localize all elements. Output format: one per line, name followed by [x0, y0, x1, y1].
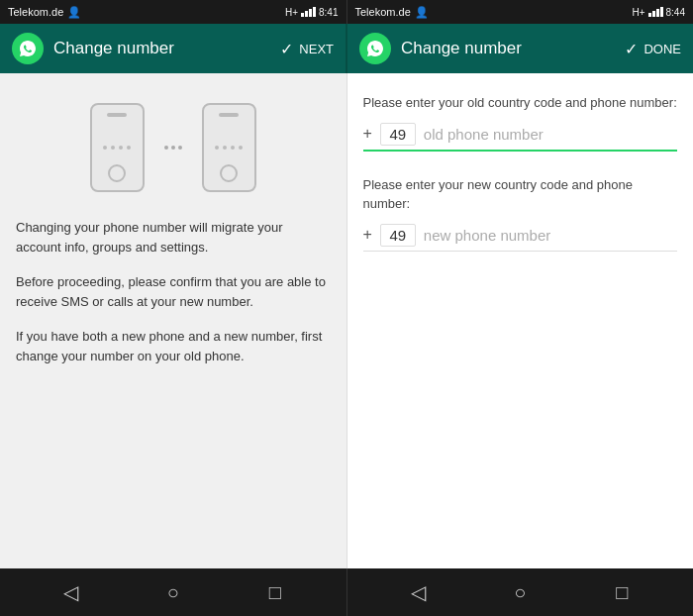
phone-illustration — [16, 93, 331, 202]
old-number-section: Please enter your old country code and p… — [363, 93, 678, 155]
page-title-left: Change number — [53, 39, 270, 58]
right-panel: Please enter your old country code and p… — [346, 73, 694, 568]
sim-icon-right: 👤 — [415, 6, 429, 19]
sim-icon-left: 👤 — [67, 6, 81, 19]
phone-new — [202, 103, 256, 192]
signal-left — [301, 7, 316, 17]
info-paragraph-1: Changing your phone number will migrate … — [16, 218, 331, 257]
new-number-label: Please enter your new country code and p… — [363, 175, 678, 214]
next-check-icon: ✓ — [280, 40, 293, 58]
info-paragraph-2: Before proceeding, please confirm that y… — [16, 272, 331, 311]
page-title-right: Change number — [401, 39, 615, 58]
transfer-arrow — [164, 146, 182, 150]
status-bar-right: Telekom.de 👤 H+ 8:44 — [346, 0, 694, 24]
network-left: H+ — [285, 7, 298, 18]
home-button-right[interactable]: ○ — [500, 572, 540, 612]
next-label: NEXT — [299, 42, 334, 56]
old-number-label: Please enter your old country code and p… — [363, 93, 678, 113]
back-button-right[interactable]: ◁ — [398, 572, 438, 612]
time-right: 8:44 — [666, 7, 685, 18]
new-number-section: Please enter your new country code and p… — [363, 175, 678, 256]
time-left: 8:41 — [319, 7, 338, 18]
old-country-code[interactable]: 49 — [380, 123, 416, 146]
plus-sign-new: + — [363, 226, 372, 244]
next-button[interactable]: ✓ NEXT — [280, 40, 334, 58]
done-check-icon: ✓ — [625, 40, 638, 58]
new-number-input-row: + 49 — [363, 224, 678, 252]
network-right: H+ — [632, 7, 644, 18]
nav-bar-right: ◁ ○ □ — [346, 568, 694, 616]
back-button-left[interactable]: ◁ — [51, 572, 91, 612]
whatsapp-logo-right — [359, 33, 391, 64]
recents-button-right[interactable]: □ — [602, 572, 642, 612]
old-phone-input[interactable] — [424, 126, 677, 143]
done-label: DONE — [644, 42, 681, 56]
new-country-code[interactable]: 49 — [380, 224, 416, 247]
recents-button-left[interactable]: □ — [255, 572, 295, 612]
phone-old — [90, 103, 145, 192]
old-number-input-row: + 49 — [363, 123, 678, 152]
info-paragraph-3: If you have both a new phone and a new n… — [16, 327, 331, 365]
left-panel: Changing your phone number will migrate … — [0, 73, 346, 568]
app-bar-left: Change number ✓ NEXT — [0, 24, 346, 73]
status-bar-left: Telekom.de 👤 H+ 8:41 — [0, 0, 346, 24]
new-phone-input[interactable] — [424, 227, 677, 244]
app-bar-right: Change number ✓ DONE — [346, 24, 693, 73]
home-button-left[interactable]: ○ — [153, 572, 193, 612]
carrier-right: Telekom.de — [355, 6, 411, 18]
plus-sign-old: + — [363, 125, 372, 143]
signal-right — [648, 7, 663, 17]
done-button[interactable]: ✓ DONE — [625, 40, 681, 58]
nav-bar-left: ◁ ○ □ — [0, 568, 346, 616]
whatsapp-logo-left — [12, 33, 44, 64]
carrier-left: Telekom.de — [8, 6, 63, 18]
